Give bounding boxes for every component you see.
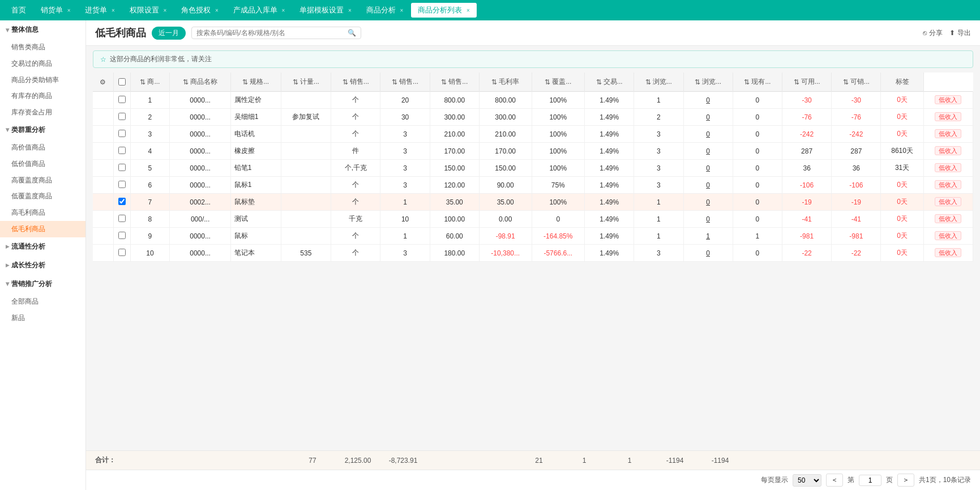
nav-template-settings[interactable]: 单据模板设置 × — [293, 3, 358, 18]
col-sale-price[interactable]: ⇅ 销售... — [380, 73, 430, 92]
cell-name[interactable]: 笔记本 — [230, 245, 281, 262]
cell-name[interactable]: 测试 — [230, 211, 281, 228]
sidebar-item-high-coverage[interactable]: 高覆盖度商品 — [0, 172, 85, 189]
close-permissions[interactable]: × — [164, 7, 167, 14]
sidebar-group-flow[interactable]: ▸ 流通性分析 — [0, 237, 85, 256]
row-checkbox[interactable] — [118, 164, 126, 171]
nav-home[interactable]: 首页 — [5, 3, 33, 18]
cell-checkbox[interactable] — [113, 211, 130, 228]
cell-checkbox[interactable] — [113, 160, 130, 177]
sidebar-group-cluster[interactable]: ▾ 类群重分析 — [0, 121, 85, 139]
row-checkbox[interactable] — [118, 130, 126, 137]
close-purchase-order[interactable]: × — [112, 7, 115, 14]
col-code[interactable]: ⇅ 商... — [130, 73, 170, 92]
cell-name[interactable]: 吴细细1 — [230, 109, 281, 126]
row-checkbox[interactable] — [118, 96, 126, 103]
nav-role-auth[interactable]: 角色授权 × — [174, 3, 225, 18]
col-spec[interactable]: ⇅ 规格... — [230, 73, 281, 92]
page-input[interactable] — [859, 475, 881, 486]
settings-icon[interactable]: ⚙ — [100, 78, 106, 86]
sidebar-item-high-value[interactable]: 高价值商品 — [0, 139, 85, 156]
sidebar-group-overall[interactable]: ▾ 整体信息 — [0, 20, 85, 39]
col-name[interactable]: ⇅ 商品名称 — [170, 73, 231, 92]
search-input[interactable] — [196, 29, 348, 37]
sidebar-item-new-products[interactable]: 新品 — [0, 310, 85, 326]
col-sale-amount[interactable]: ⇅ 销售... — [430, 73, 479, 92]
cell-checkbox[interactable] — [113, 143, 130, 160]
cell-view1[interactable]: 0 — [683, 194, 733, 211]
cell-name[interactable]: 电话机 — [230, 126, 281, 143]
cell-checkbox[interactable] — [113, 228, 130, 245]
cell-view1[interactable]: 1 — [683, 228, 733, 245]
col-gross-rate[interactable]: ⇅ 毛利率 — [479, 73, 532, 92]
close-product-analysis[interactable]: × — [400, 7, 403, 14]
nav-purchase-order[interactable]: 进货单 × — [78, 3, 121, 18]
sidebar-item-capital[interactable]: 库存资金占用 — [0, 104, 85, 121]
close-product-in[interactable]: × — [282, 7, 285, 14]
sidebar-item-low-value[interactable]: 低价值商品 — [0, 156, 85, 172]
row-checkbox[interactable] — [118, 232, 126, 239]
col-tag[interactable]: 标签 — [881, 73, 923, 92]
col-coverage[interactable]: ⇅ 覆盖... — [532, 73, 585, 92]
close-template-settings[interactable]: × — [348, 7, 352, 14]
cell-checkbox[interactable] — [113, 109, 130, 126]
col-saleable[interactable]: ⇅ 可销... — [832, 73, 881, 92]
sidebar-item-all-products[interactable]: 全部商品 — [0, 293, 85, 310]
cell-checkbox[interactable] — [113, 245, 130, 262]
col-current[interactable]: ⇅ 现有... — [733, 73, 782, 92]
sidebar-group-growth[interactable]: ▸ 成长性分析 — [0, 256, 85, 275]
cell-checkbox[interactable] — [113, 177, 130, 194]
row-checkbox[interactable] — [118, 113, 126, 120]
sidebar-item-low-margin[interactable]: 低毛利商品 — [0, 221, 85, 237]
prev-page-button[interactable]: ＜ — [826, 474, 843, 487]
row-checkbox[interactable] — [118, 249, 126, 256]
row-checkbox[interactable] — [118, 181, 126, 188]
cell-view1[interactable]: 0 — [683, 160, 733, 177]
close-sales-order[interactable]: × — [67, 7, 71, 14]
cell-checkbox[interactable] — [113, 194, 130, 211]
cell-name[interactable]: 鼠标 — [230, 228, 281, 245]
sidebar-item-category-rate[interactable]: 商品分类助销率 — [0, 72, 85, 88]
col-available[interactable]: ⇅ 可用... — [782, 73, 832, 92]
col-settings[interactable]: ⚙ — [93, 73, 113, 92]
per-page-select[interactable]: 50 100 200 — [793, 474, 821, 487]
row-checkbox[interactable] — [118, 215, 126, 222]
cell-name[interactable]: 橡皮擦 — [230, 143, 281, 160]
row-checkbox[interactable] — [118, 147, 126, 154]
sidebar-item-high-margin[interactable]: 高毛利商品 — [0, 204, 85, 221]
export-button[interactable]: ⬆ 导出 — [949, 28, 971, 38]
cell-view1[interactable]: 0 — [683, 177, 733, 194]
row-checkbox[interactable] — [118, 198, 126, 205]
cell-name[interactable]: 属性定价 — [230, 92, 281, 109]
nav-product-in[interactable]: 产成品入库单 × — [226, 3, 292, 18]
nav-analysis-list[interactable]: 商品分析列表 × — [411, 3, 476, 18]
col-sale-qty[interactable]: ⇅ 销售... — [331, 73, 380, 92]
cell-name[interactable]: 鼠标1 — [230, 177, 281, 194]
nav-sales-order[interactable]: 销货单 × — [34, 3, 77, 18]
close-role-auth[interactable]: × — [215, 7, 219, 14]
col-unit[interactable]: ⇅ 计量... — [281, 73, 331, 92]
col-trade[interactable]: ⇅ 交易... — [585, 73, 634, 92]
col-checkbox[interactable] — [113, 73, 130, 92]
cell-name[interactable]: 铅笔1 — [230, 160, 281, 177]
share-button[interactable]: ⎋ 分享 — [923, 28, 943, 38]
cell-checkbox[interactable] — [113, 126, 130, 143]
col-view2[interactable]: ⇅ 浏览... — [683, 73, 733, 92]
sidebar-group-marketing[interactable]: ▾ 营销推广分析 — [0, 275, 85, 293]
cell-view1[interactable]: 0 — [683, 143, 733, 160]
close-analysis-list[interactable]: × — [467, 7, 470, 14]
next-page-button[interactable]: ＞ — [897, 474, 914, 487]
sidebar-item-low-coverage[interactable]: 低覆盖度商品 — [0, 188, 85, 204]
sidebar-item-in-stock[interactable]: 有库存的商品 — [0, 88, 85, 104]
filter-button[interactable]: 近一月 — [152, 27, 186, 40]
search-icon[interactable]: 🔍 — [348, 29, 356, 37]
cell-name[interactable]: 鼠标垫 — [230, 194, 281, 211]
sidebar-item-traded-products[interactable]: 交易过的商品 — [0, 56, 85, 72]
sidebar-item-sales-products[interactable]: 销售类商品 — [0, 39, 85, 56]
nav-product-analysis[interactable]: 商品分析 × — [360, 3, 410, 18]
cell-view1[interactable]: 0 — [683, 109, 733, 126]
select-all-checkbox[interactable] — [118, 78, 126, 86]
cell-view1[interactable]: 0 — [683, 92, 733, 109]
cell-checkbox[interactable] — [113, 92, 130, 109]
cell-view1[interactable]: 0 — [683, 126, 733, 143]
